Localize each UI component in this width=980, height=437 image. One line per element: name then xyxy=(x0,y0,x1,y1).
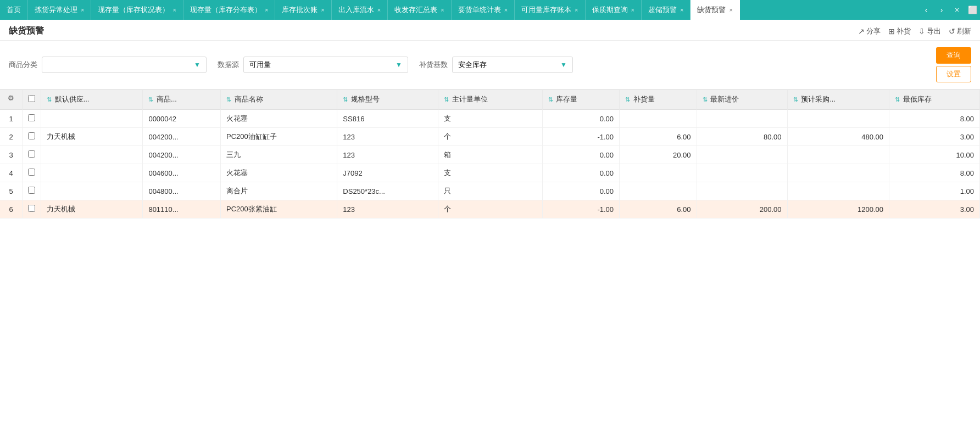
tab-receipt-summary-close[interactable]: × xyxy=(441,7,444,13)
column-settings-icon[interactable]: ⚙ xyxy=(5,94,16,105)
column-spec[interactable]: ⇅ 规格型号 xyxy=(337,89,438,110)
tab-inout-flow[interactable]: 出入库流水 × xyxy=(332,0,388,20)
row-checkbox[interactable] xyxy=(28,205,35,212)
filter-actions: 查询 设置 xyxy=(936,47,971,82)
category-select[interactable]: ▼ xyxy=(42,57,207,73)
row-stock: 0.00 xyxy=(542,182,620,200)
column-estimated-purchase[interactable]: ⇅ 预计采购... xyxy=(787,89,889,110)
tab-close-all-btn[interactable]: × xyxy=(949,5,965,14)
row-latest-price: 200.00 xyxy=(697,200,787,218)
row-latest-price xyxy=(697,164,787,182)
row-unit: 个 xyxy=(438,128,542,146)
tab-expand-btn[interactable]: ⬜ xyxy=(965,5,980,14)
tab-inventory-status-label: 现存量（库存状况表） xyxy=(98,5,169,15)
row-checkbox[interactable] xyxy=(28,132,35,139)
refresh-button[interactable]: ↺ 刷新 xyxy=(949,26,971,36)
column-product-name[interactable]: ⇅ 商品名称 xyxy=(221,89,337,110)
table-body: 1 0000042 火花塞 SS816 支 0.00 8.00 2 力天机械 0… xyxy=(0,110,980,218)
row-product-name: 三九 xyxy=(221,146,337,164)
tab-expiry-query-close[interactable]: × xyxy=(631,7,634,13)
replenish-base-label: 补货基数 xyxy=(419,60,448,70)
column-min-stock[interactable]: ⇅ 最低库存 xyxy=(889,89,979,110)
row-product-name: 火花塞 xyxy=(221,110,337,128)
column-unit[interactable]: ⇅ 主计量单位 xyxy=(438,89,542,110)
row-checkbox[interactable] xyxy=(28,187,35,194)
tab-prev-btn[interactable]: ‹ xyxy=(918,5,934,14)
tab-receipt-summary[interactable]: 收发存汇总表 × xyxy=(388,0,451,20)
replenish-base-value: 安全库存 xyxy=(458,60,487,70)
tab-home[interactable]: 首页 xyxy=(0,0,28,20)
row-checkbox-cell xyxy=(23,146,41,164)
tab-order-stats-close[interactable]: × xyxy=(504,7,508,13)
tab-available-ledger[interactable]: 可用量库存账本 × xyxy=(515,0,585,20)
row-product-name: PC200油缸缸子 xyxy=(221,128,337,146)
column-checkbox-header xyxy=(23,89,41,110)
tab-shortage[interactable]: 缺货预警 × xyxy=(691,0,739,20)
table-header-row: ⚙ ⇅ 默认供应... ⇅ 商品... ⇅ 商品名称 xyxy=(0,89,980,110)
tab-shortage-label: 缺货预警 xyxy=(697,5,726,15)
row-min-stock: 3.00 xyxy=(889,200,979,218)
column-default-supplier[interactable]: ⇅ 默认供应... xyxy=(41,89,143,110)
row-spec: 123 xyxy=(337,200,438,218)
row-latest-price xyxy=(697,110,787,128)
tab-inventory-dist[interactable]: 现存量（库存分布表） × xyxy=(183,0,275,20)
row-latest-price xyxy=(697,182,787,200)
tab-overstock[interactable]: 超储预警 × xyxy=(642,0,691,20)
replenish-base-filter-group: 补货基数 安全库存 ▼ xyxy=(419,57,573,73)
tab-next-btn[interactable]: › xyxy=(934,5,949,14)
row-spec: SS816 xyxy=(337,110,438,128)
row-spec: J7092 xyxy=(337,164,438,182)
tab-inout-flow-close[interactable]: × xyxy=(377,7,381,13)
replenish-button[interactable]: ⊞ 补货 xyxy=(888,26,911,36)
row-checkbox[interactable] xyxy=(28,114,35,121)
row-latest-price: 80.00 xyxy=(697,128,787,146)
tab-inventory-status-close[interactable]: × xyxy=(172,7,176,13)
tab-inventory-dist-close[interactable]: × xyxy=(265,7,268,13)
datasource-select[interactable]: 可用量 ▼ xyxy=(243,57,408,73)
share-label: 分享 xyxy=(866,26,881,36)
replenish-base-select[interactable]: 安全库存 ▼ xyxy=(452,57,573,73)
row-stock: 0.00 xyxy=(542,110,620,128)
select-all-checkbox[interactable] xyxy=(28,95,35,102)
row-estimated-purchase xyxy=(787,164,889,182)
share-button[interactable]: ↗ 分享 xyxy=(858,26,881,36)
row-checkbox[interactable] xyxy=(28,169,35,176)
sort-icon-estimated: ⇅ xyxy=(793,96,798,103)
column-latest-price[interactable]: ⇅ 最新进价 xyxy=(697,89,787,110)
table-row: 4 004600... 火花塞 J7092 支 0.00 8.00 xyxy=(0,164,980,182)
page-title: 缺货预警 xyxy=(9,25,44,37)
table-row: 3 004200... 三九 123 箱 0.00 20.00 10.00 xyxy=(0,146,980,164)
row-estimated-purchase xyxy=(787,182,889,200)
tab-order-stats[interactable]: 要货单统计表 × xyxy=(452,0,515,20)
column-product-code[interactable]: ⇅ 商品... xyxy=(143,89,221,110)
row-checkbox-cell xyxy=(23,200,41,218)
row-stock: -1.00 xyxy=(542,200,620,218)
row-checkbox[interactable] xyxy=(28,150,35,158)
export-button[interactable]: ⇩ 导出 xyxy=(918,26,941,36)
tab-batch-account[interactable]: 库存批次账 × xyxy=(275,0,331,20)
tab-shortage-close[interactable]: × xyxy=(729,7,732,13)
settings-button[interactable]: 设置 xyxy=(936,66,971,82)
row-min-stock: 8.00 xyxy=(889,164,979,182)
tab-overstock-close[interactable]: × xyxy=(680,7,683,13)
tab-expiry-query[interactable]: 保质期查询 × xyxy=(586,0,642,20)
column-replenish-qty[interactable]: ⇅ 补货量 xyxy=(620,89,697,110)
tab-exception-close[interactable]: × xyxy=(81,7,84,13)
query-button[interactable]: 查询 xyxy=(936,47,971,64)
tab-exception[interactable]: 拣货异常处理 × xyxy=(28,0,91,20)
tab-batch-account-close[interactable]: × xyxy=(321,7,324,13)
tab-inout-flow-label: 出入库流水 xyxy=(338,5,374,15)
column-stock[interactable]: ⇅ 库存量 xyxy=(542,89,620,110)
row-supplier: 力天机械 xyxy=(41,200,143,218)
row-num-cell: 5 xyxy=(0,182,23,200)
row-product-code: 004200... xyxy=(143,146,221,164)
row-replenish-qty xyxy=(620,110,697,128)
sort-icon-code: ⇅ xyxy=(148,96,153,103)
row-unit: 支 xyxy=(438,110,542,128)
tab-available-ledger-close[interactable]: × xyxy=(575,7,578,13)
row-replenish-qty: 6.00 xyxy=(620,200,697,218)
tab-inventory-status[interactable]: 现存量（库存状况表） × xyxy=(91,0,183,20)
row-product-name: PC200张紧油缸 xyxy=(221,200,337,218)
row-latest-price xyxy=(697,146,787,164)
tab-order-stats-label: 要货单统计表 xyxy=(458,5,501,15)
